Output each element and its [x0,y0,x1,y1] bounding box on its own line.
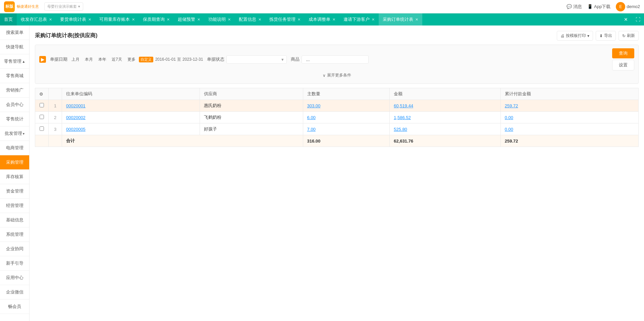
custom-date-badge[interactable]: 自定义 [139,57,153,62]
row2-checkbox[interactable] [35,112,49,123]
sidebar-item-wholesale[interactable]: 批发管理 ▾ [0,126,29,141]
sidebar-item-retail-stat[interactable]: 零售统计 [0,112,29,126]
row2-unit-code: 00020002 [62,112,200,123]
row1-qty-link[interactable]: 303.00 [307,103,321,108]
row3-check-input[interactable] [40,126,44,131]
tab-goods-stat-close[interactable]: ✕ [88,17,91,22]
sidebar-item-basic[interactable]: 基础信息 [0,213,29,227]
export-label: 导出 [604,33,612,39]
tab-validity[interactable]: 保质期查询 ✕ [139,13,174,25]
nav-tabs: 首页 收发存汇总表 ✕ 要货单统计表 ✕ 可用量库存账本 ✕ 保质期查询 ✕ 超… [0,13,644,25]
user-profile[interactable]: E demo2 [616,2,640,11]
row2-paid-link[interactable]: 0.00 [505,115,513,120]
row1-check-input[interactable] [40,103,44,107]
row1-amount-link[interactable]: 60,519.44 [394,103,413,108]
date-shortcut-more[interactable]: 更多 [125,56,138,63]
tab-close-btn[interactable]: ✕ [620,13,632,25]
table-row[interactable]: 3 00020005 好孩子 7.00 525.80 0.00 [35,123,639,135]
sidebar-item-marketing[interactable]: 营销推广 [0,83,29,98]
row2-amount-link[interactable]: 1,586.52 [394,115,411,120]
print-button[interactable]: 🖨 按模板打印 ▾ [557,31,593,41]
date-shortcut-this-month[interactable]: 本月 [83,56,95,63]
sidebar-item-search[interactable]: 搜索菜单 [0,25,29,40]
app-download-btn[interactable]: 📱 App下载 [587,4,610,10]
tab-avail-stock[interactable]: 可用量库存账本 ✕ [95,13,139,25]
message-btn[interactable]: 💬 消息 [567,4,582,10]
tab-invite-downstream-close[interactable]: ✕ [372,17,375,22]
tab-func-desc-close[interactable]: ✕ [228,17,231,22]
sidebar-item-wechat[interactable]: 企业微信 [0,285,29,300]
tab-overstock-close[interactable]: ✕ [197,17,200,22]
tab-collect-pay-close[interactable]: ✕ [49,17,52,22]
refresh-label: 刷新 [627,33,635,39]
tab-invite-downstream[interactable]: 邀请下游客户 ✕ [339,13,379,25]
sidebar-item-member2[interactable]: 畅会员 [0,300,29,314]
sidebar-item-stock[interactable]: 库存核算 [0,170,29,184]
row1-unit-code-link[interactable]: 00020001 [66,103,86,108]
sidebar-item-app-center[interactable]: 应用中心 [0,271,29,285]
table-row[interactable]: 1 00020001 惠氏奶粉 303.00 60,519.44 259.72 [35,100,639,112]
tab-config-info-close[interactable]: ✕ [258,17,261,22]
tab-validity-close[interactable]: ✕ [167,17,170,22]
table-head: ⚙ 往来单位编码 供应商 主数量 金额 [35,88,639,100]
row1-checkbox[interactable] [35,100,49,112]
export-button[interactable]: ⬇ 导出 [596,31,616,41]
content: 采购订单统计表(按供应商) 🖨 按模板打印 ▾ ⬇ 导出 ↻ 刷新 [30,25,644,321]
filter-status-select[interactable]: ▾ [226,55,287,64]
tab-goods-stat[interactable]: 要货单统计表 ✕ [56,13,95,25]
tab-purchase-stat[interactable]: 采购订单统计表 ✕ [379,13,422,25]
tab-task-mgmt-close[interactable]: ✕ [298,17,301,22]
date-shortcut-last-month[interactable]: 上月 [69,56,82,63]
date-shortcut-this-year[interactable]: 本年 [96,56,108,63]
row2-check-input[interactable] [40,115,44,119]
filter-goods-input[interactable]: ... [302,55,369,64]
tab-cost-adjust-close[interactable]: ✕ [332,17,335,22]
sidebar-item-operation[interactable]: 经营管理 [0,199,29,213]
row3-amount-link[interactable]: 525.80 [394,127,407,132]
footer-empty2 [49,135,62,147]
page-title-actions: 🖨 按模板打印 ▾ ⬇ 导出 ↻ 刷新 [557,31,639,41]
tab-config-info-label: 配置信息 [239,16,256,22]
tab-cost-adjust[interactable]: 成本调整单 ✕ [305,13,339,25]
filter-toggle-btn[interactable]: ▶ [39,56,46,63]
tab-home[interactable]: 首页 [0,13,17,25]
workspace-selector[interactable]: 母婴行业演示账套 ▾ [44,2,83,11]
row3-unit-code-link[interactable]: 00020005 [66,127,86,132]
query-button[interactable]: 查询 [612,48,634,58]
sidebar-item-member[interactable]: 会员中心 [0,98,29,112]
tab-avail-stock-close[interactable]: ✕ [132,17,135,22]
table-row[interactable]: 2 00020002 飞鹤奶粉 6.00 1,586.52 0.00 [35,112,639,123]
expand-button[interactable]: ∨ 展开更多条件 [323,72,351,78]
print-icon: 🖨 [560,34,565,38]
row1-paid-link[interactable]: 259.72 [505,103,518,108]
tab-overstock[interactable]: 超储预警 ✕ [174,13,204,25]
sidebar-item-retail-shop[interactable]: 零售商城 [0,69,29,83]
sidebar-item-ecommerce[interactable]: 电商管理 [0,141,29,155]
date-shortcut-7days[interactable]: 近7天 [110,56,124,63]
row3-checkbox[interactable] [35,123,49,135]
sidebar-item-enterprise[interactable]: 企业协同 [0,242,29,256]
sidebar-item-shortcut[interactable]: 快捷导航 [0,40,29,54]
sidebar-item-newbie[interactable]: 新手引导 [0,256,29,271]
sidebar-item-system[interactable]: 系统管理 [0,227,29,242]
sidebar-item-finance[interactable]: 资金管理 [0,184,29,199]
row3-qty-link[interactable]: 7.00 [307,127,316,132]
sidebar-item-retail[interactable]: 零售管理 ▲ [0,54,29,69]
tab-avail-stock-label: 可用量库存账本 [99,16,130,22]
sidebar-item-purchase[interactable]: 采购管理 [0,155,29,170]
tab-collect-pay[interactable]: 收发存汇总表 ✕ [17,13,56,25]
settings-button[interactable]: 设置 [612,60,634,70]
refresh-button[interactable]: ↻ 刷新 [619,31,639,41]
tab-task-mgmt[interactable]: 拣货任务管理 ✕ [265,13,305,25]
tab-expand-btn[interactable]: ⛶ [632,13,644,25]
tab-purchase-stat-close[interactable]: ✕ [415,17,418,22]
user-name: demo2 [627,4,640,9]
row3-paid-link[interactable]: 0.00 [505,127,513,132]
th-settings[interactable]: ⚙ [35,88,49,100]
row2-unit-code-link[interactable]: 00020002 [66,115,86,120]
row2-qty-link[interactable]: 6.00 [307,115,316,120]
date-range-input: 2016-01-01 至 2023-12-31 [155,57,203,62]
tab-config-info[interactable]: 配置信息 ✕ [235,13,265,25]
tab-func-desc[interactable]: 功能说明 ✕ [204,13,235,25]
filter-row: ▶ 单据日期 上月 本月 本年 近7天 更多 自定义 2 [39,48,634,70]
